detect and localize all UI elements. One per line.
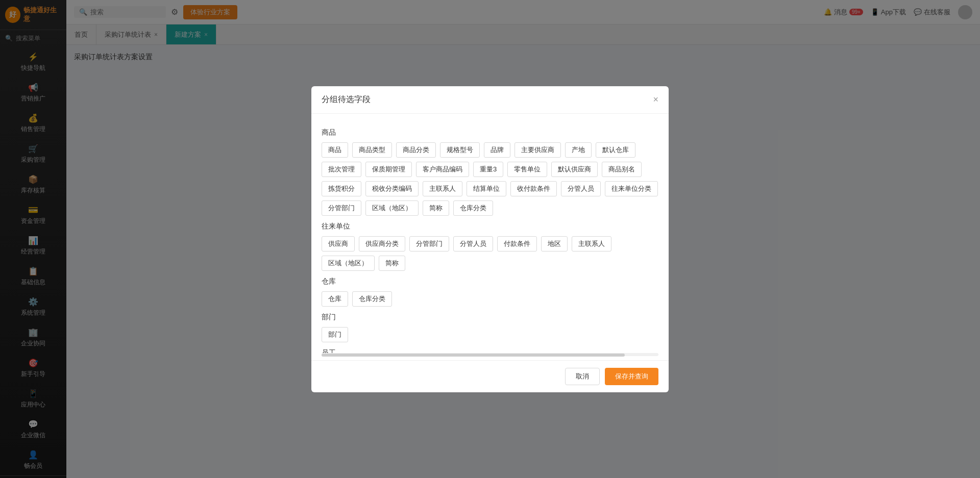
section-title-partner: 往来单位 — [322, 222, 658, 231]
section-title-warehouse: 仓库 — [322, 277, 658, 286]
field-tag-region-partner[interactable]: 地区 — [541, 236, 568, 251]
field-tag-default-warehouse[interactable]: 默认仓库 — [596, 142, 635, 158]
field-tag-region-area[interactable]: 区域（地区） — [322, 256, 375, 271]
field-tag-brand[interactable]: 品牌 — [484, 142, 510, 158]
field-tag-pay-terms[interactable]: 付款条件 — [497, 236, 537, 251]
modal-body: 商品商品商品类型商品分类规格型号品牌主要供应商产地默认仓库批次管理保质期管理客户… — [311, 114, 669, 353]
field-tag-supplier[interactable]: 供应商 — [322, 236, 355, 251]
field-tag-manager[interactable]: 分管人员 — [561, 181, 601, 196]
field-tag-dept-managed[interactable]: 分管部门 — [322, 200, 361, 216]
modal-hscroll-thumb — [322, 354, 625, 357]
modal-title: 分组待选字段 — [322, 94, 371, 105]
field-tag-default-supplier[interactable]: 默认供应商 — [551, 162, 598, 177]
modal-footer: 取消 保存并查询 — [311, 360, 669, 392]
section-title-employee: 员工 — [322, 348, 658, 353]
field-tag-product[interactable]: 商品 — [322, 142, 348, 158]
modal: 分组待选字段 × 商品商品商品类型商品分类规格型号品牌主要供应商产地默认仓库批次… — [311, 86, 669, 392]
field-tag-main-contact-partner[interactable]: 主联系人 — [572, 236, 611, 251]
field-grid-warehouse: 仓库仓库分类 — [322, 291, 658, 307]
field-tag-retail-unit[interactable]: 零售单位 — [507, 162, 547, 177]
field-tag-dept[interactable]: 部门 — [322, 327, 348, 342]
field-tag-product-alias[interactable]: 商品别名 — [602, 162, 642, 177]
field-tag-origin[interactable]: 产地 — [565, 142, 592, 158]
field-tag-spec-type[interactable]: 规格型号 — [440, 142, 480, 158]
field-tag-manage-staff[interactable]: 分管人员 — [453, 236, 493, 251]
modal-header: 分组待选字段 × — [311, 86, 669, 114]
section-title-department: 部门 — [322, 313, 658, 322]
field-tag-region-product[interactable]: 区域（地区） — [365, 200, 419, 216]
field-tag-batch-mgmt[interactable]: 批次管理 — [322, 162, 361, 177]
modal-overlay: 分组待选字段 × 商品商品商品类型商品分类规格型号品牌主要供应商产地默认仓库批次… — [0, 0, 980, 478]
field-grid-product: 商品商品类型商品分类规格型号品牌主要供应商产地默认仓库批次管理保质期管理客户商品… — [322, 142, 658, 216]
field-tag-product-category[interactable]: 商品分类 — [396, 142, 436, 158]
field-tag-abbr-partner[interactable]: 简称 — [379, 256, 405, 271]
field-tag-product-type[interactable]: 商品类型 — [352, 142, 392, 158]
field-grid-partner: 供应商供应商分类分管部门分管人员付款条件地区主联系人区域（地区）简称 — [322, 236, 658, 271]
field-grid-department: 部门 — [322, 327, 658, 342]
save-button[interactable]: 保存并查询 — [605, 368, 658, 385]
field-tag-expiry-mgmt[interactable]: 保质期管理 — [365, 162, 412, 177]
field-tag-source-unit-category[interactable]: 往来单位分类 — [605, 181, 658, 196]
section-title-product: 商品 — [322, 128, 658, 137]
field-tag-warehouse-category[interactable]: 仓库分类 — [453, 200, 493, 216]
field-tag-main-supplier[interactable]: 主要供应商 — [514, 142, 561, 158]
field-tag-settle-unit[interactable]: 结算单位 — [467, 181, 506, 196]
cancel-button[interactable]: 取消 — [565, 368, 600, 385]
field-tag-manage-dept[interactable]: 分管部门 — [409, 236, 449, 251]
field-tag-weight3[interactable]: 重量3 — [473, 162, 503, 177]
field-tag-warehouse-cat[interactable]: 仓库分类 — [352, 291, 392, 307]
field-tag-supplier-category[interactable]: 供应商分类 — [359, 236, 405, 251]
field-tag-main-contact[interactable]: 主联系人 — [423, 181, 462, 196]
field-tag-pick-points[interactable]: 拣货积分 — [322, 181, 361, 196]
field-tag-payment-terms[interactable]: 收付款条件 — [510, 181, 557, 196]
modal-hscroll[interactable] — [322, 353, 658, 356]
field-tag-warehouse[interactable]: 仓库 — [322, 291, 348, 307]
field-tag-customer-code[interactable]: 客户商品编码 — [416, 162, 469, 177]
field-tag-abbr-product[interactable]: 简称 — [423, 200, 449, 216]
field-tag-tax-code[interactable]: 税收分类编码 — [365, 181, 419, 196]
modal-close-button[interactable]: × — [653, 94, 658, 105]
